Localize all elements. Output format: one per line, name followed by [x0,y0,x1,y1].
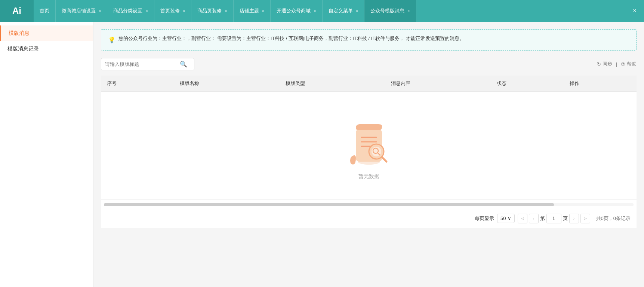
notice-box: 💡 您的公众号行业为：主营行业：，副营行业： 需要设置为：主营行业：IT科技 /… [101,29,637,51]
nav-tab-home[interactable]: 首页 [34,0,56,22]
last-page-button[interactable]: ⊳ [580,214,590,223]
col-header-status: 状态 [491,76,564,92]
nav-tabs-container: 首页微商城店铺设置×商品分类设置×首页装修×商品页装修×店铺主题×开通公众号商城… [34,0,625,22]
search-bar: 🔍 ↻ 同步 | ⑦ 帮助 [101,58,637,70]
help-button[interactable]: ⑦ 帮助 [621,61,637,67]
notice-highlight: 需要设置为：主营行业：IT科技 / 互联网|电子商务，副营行业：IT科技 / I… [217,36,405,41]
main-layout: 模版消息模版消息记录 💡 您的公众号行业为：主营行业：，副营行业： 需要设置为：… [0,22,644,287]
empty-cell: 暂无数据 [101,91,637,199]
page-size-value: 50 [500,216,506,221]
page-size-selector[interactable]: 50 ∨ [497,214,514,223]
next-page-button[interactable]: › [569,214,579,223]
nav-tab-store-theme[interactable]: 店铺主题× [234,0,271,22]
col-header-seq: 序号 [101,76,174,92]
table-header: 序号模版名称模版类型消息内容状态操作 [101,76,637,92]
page-label-after: 页 [563,215,568,222]
sync-button[interactable]: ↻ 同步 [597,61,612,67]
close-tab-icon[interactable]: × [356,9,358,13]
col-header-action: 操作 [564,76,637,92]
col-header-type: 模版类型 [280,76,385,92]
empty-state-icon [345,119,393,167]
app-logo: Ai [0,0,34,22]
nav-tab-product-decoration[interactable]: 商品页装修× [191,0,233,22]
page-navigation: ⊲ ‹ 第 页 › ⊳ [518,214,590,223]
close-tab-icon[interactable]: × [225,9,227,13]
nav-tab-home-decoration[interactable]: 首页装修× [154,0,191,22]
sidebar: 模版消息模版消息记录 [0,22,93,287]
close-tab-icon[interactable]: × [183,9,185,13]
nav-tab-custom-menu[interactable]: 自定义菜单× [323,0,364,22]
empty-row: 暂无数据 [101,91,637,199]
horizontal-scrollbar[interactable] [101,200,637,209]
page-label-before: 第 [540,215,545,222]
top-actions: ↻ 同步 | ⑦ 帮助 [597,61,637,67]
page-size-label: 每页显示 [475,215,494,222]
prev-page-button[interactable]: ‹ [529,214,539,223]
search-input-wrapper[interactable]: 🔍 [101,58,194,70]
refresh-icon: ↻ [597,61,601,67]
help-icon: ⑦ [621,61,625,67]
action-divider: | [616,61,617,67]
nav-tab-store-settings[interactable]: 微商城店铺设置× [56,0,107,22]
notice-text: 您的公众号行业为：主营行业：，副营行业： 需要设置为：主营行业：IT科技 / 互… [118,35,464,43]
pagination: 每页显示 50 ∨ ⊲ ‹ 第 页 › ⊳ 共0页，0条记录 [101,209,637,228]
scrollbar-track [104,203,634,206]
dropdown-icon: ∨ [508,216,511,221]
content-area: 💡 您的公众号行业为：主营行业：，副营行业： 需要设置为：主营行业：IT科技 /… [93,22,644,287]
nav-tab-open-mall[interactable]: 开通公众号商城× [271,0,322,22]
close-tab-icon[interactable]: × [314,9,316,13]
close-tab-icon[interactable]: × [145,9,148,13]
sidebar-item-template-msg[interactable]: 模版消息 [0,25,93,41]
close-tab-icon[interactable]: × [262,9,264,13]
notice-icon: 💡 [108,35,115,45]
page-total: 共0页，0条记录 [596,215,631,222]
close-all-tabs-button[interactable]: × [625,0,644,22]
col-header-content: 消息内容 [385,76,491,92]
empty-state: 暂无数据 [107,96,631,195]
top-navigation: Ai 首页微商城店铺设置×商品分类设置×首页装修×商品页装修×店铺主题×开通公众… [0,0,644,22]
close-tab-icon[interactable]: × [99,9,101,13]
search-input[interactable] [105,61,180,67]
scrollbar-thumb [104,203,554,206]
col-header-name: 模版名称 [174,76,280,92]
nav-tab-category-settings[interactable]: 商品分类设置× [107,0,154,22]
nav-tab-template-msg[interactable]: 公众号模版消息× [364,0,416,22]
close-tab-icon[interactable]: × [407,9,410,13]
table-header-row: 序号模版名称模版类型消息内容状态操作 [101,76,637,92]
empty-text: 暂无数据 [358,173,379,180]
page-number-input[interactable] [546,214,561,223]
sidebar-item-template-record[interactable]: 模版消息记录 [0,41,93,57]
data-table: 序号模版名称模版类型消息内容状态操作 [101,76,637,200]
search-button[interactable]: 🔍 [180,61,187,68]
first-page-button[interactable]: ⊲ [518,214,527,223]
table-body: 暂无数据 [101,91,637,199]
svg-line-6 [382,157,386,162]
